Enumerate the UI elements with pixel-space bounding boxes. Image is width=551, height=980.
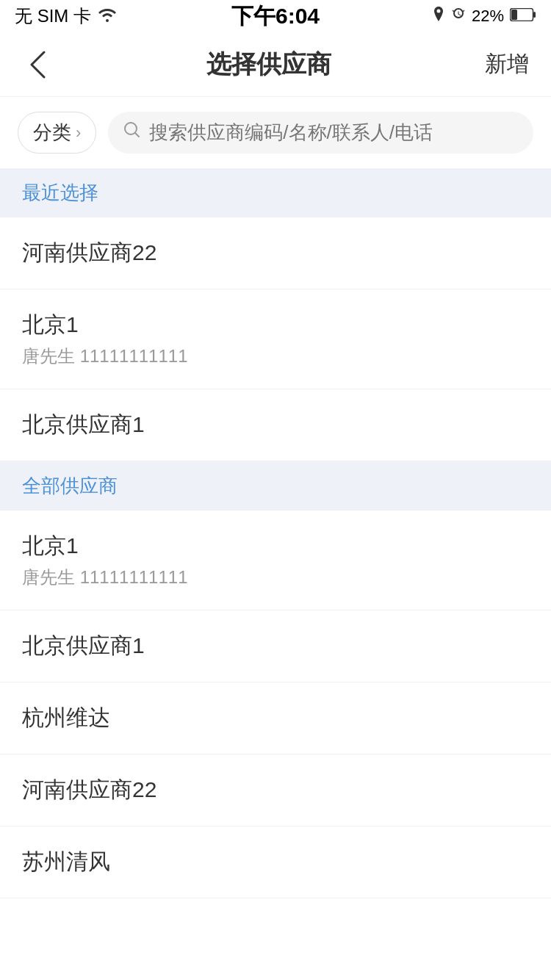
item-name: 河南供应商22 <box>22 238 529 268</box>
status-left: 无 SIM 卡 <box>15 4 118 28</box>
chevron-right-icon: › <box>76 123 81 143</box>
status-right: 22% <box>432 7 536 26</box>
item-name: 河南供应商22 <box>22 775 529 805</box>
nav-bar: 选择供应商 新增 <box>0 32 551 97</box>
section-header-text-recent: 最近选择 <box>22 181 98 203</box>
alarm-icon <box>451 7 466 26</box>
status-bar: 无 SIM 卡 下午6:04 22% <box>0 0 551 32</box>
supplier-list: 最近选择河南供应商22北京1唐先生 11111111111北京供应商1全部供应商… <box>0 168 551 898</box>
item-name: 北京供应商1 <box>22 631 529 661</box>
section-header-text-all: 全部供应商 <box>22 475 118 497</box>
back-button[interactable] <box>22 43 53 86</box>
section-header-all: 全部供应商 <box>0 461 551 511</box>
page-title: 选择供应商 <box>206 48 331 82</box>
item-name: 北京1 <box>22 531 529 561</box>
item-name: 北京1 <box>22 310 529 340</box>
category-button[interactable]: 分类 › <box>18 112 96 154</box>
item-sub: 唐先生 11111111111 <box>22 345 529 368</box>
battery-text: 22% <box>472 7 504 26</box>
svg-rect-2 <box>511 10 517 20</box>
item-name: 杭州维达 <box>22 703 529 733</box>
list-item[interactable]: 北京供应商1 <box>0 610 551 682</box>
location-icon <box>432 7 445 26</box>
wifi-icon <box>97 6 118 26</box>
section-header-recent: 最近选择 <box>0 168 551 217</box>
list-item[interactable]: 北京1唐先生 11111111111 <box>0 289 551 389</box>
search-icon <box>123 120 142 145</box>
battery-icon <box>510 7 536 26</box>
carrier-text: 无 SIM 卡 <box>15 4 91 28</box>
item-name: 北京供应商1 <box>22 410 529 440</box>
status-time: 下午6:04 <box>231 1 320 32</box>
list-item[interactable]: 苏州清风 <box>0 826 551 898</box>
search-input[interactable] <box>149 121 519 144</box>
list-item[interactable]: 河南供应商22 <box>0 217 551 289</box>
category-label: 分类 <box>33 120 71 145</box>
list-item[interactable]: 杭州维达 <box>0 682 551 754</box>
list-item[interactable]: 北京1唐先生 11111111111 <box>0 511 551 610</box>
search-area: 分类 › <box>0 97 551 168</box>
list-item[interactable]: 北京供应商1 <box>0 389 551 461</box>
add-button[interactable]: 新增 <box>485 49 529 79</box>
item-sub: 唐先生 11111111111 <box>22 566 529 589</box>
item-name: 苏州清风 <box>22 847 529 877</box>
svg-rect-1 <box>533 12 536 18</box>
search-input-wrapper[interactable] <box>108 112 533 154</box>
list-item[interactable]: 河南供应商22 <box>0 754 551 826</box>
